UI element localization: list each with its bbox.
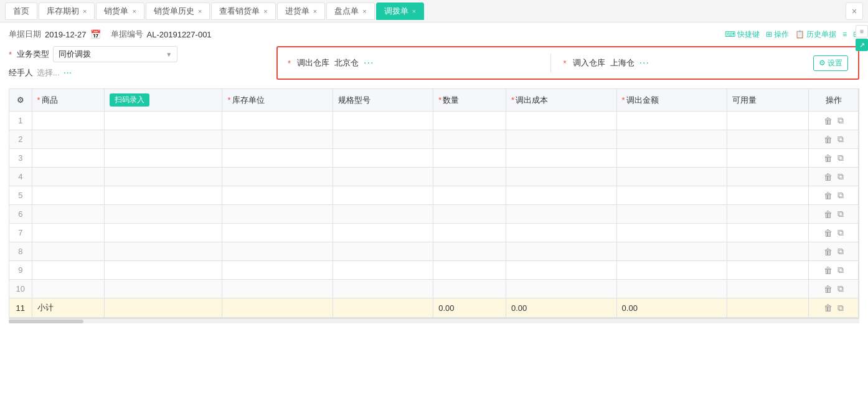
cell-cost-10[interactable] bbox=[506, 280, 617, 298]
cell-quantity-5[interactable] bbox=[433, 186, 506, 205]
tab-sales-history[interactable]: 销货单历史× bbox=[146, 2, 210, 20]
cell-cost-3[interactable] bbox=[506, 149, 617, 168]
delete-row-6[interactable]: 🗑 bbox=[824, 209, 833, 219]
cell-spec-3[interactable] bbox=[333, 149, 433, 168]
copy-row-2[interactable]: ⧉ bbox=[837, 134, 844, 145]
delete-row-5[interactable]: 🗑 bbox=[824, 191, 833, 201]
cell-amount-2[interactable] bbox=[616, 130, 727, 149]
delete-row-9[interactable]: 🗑 bbox=[824, 265, 833, 275]
tab-close-view-sales[interactable]: × bbox=[263, 7, 267, 15]
cell-amount-6[interactable] bbox=[616, 205, 727, 224]
cell-quantity-6[interactable] bbox=[433, 205, 506, 224]
cell-amount-9[interactable] bbox=[616, 261, 727, 280]
copy-row-11[interactable]: ⧉ bbox=[837, 303, 844, 313]
person-dots[interactable]: ··· bbox=[64, 67, 72, 79]
delete-row-4[interactable]: 🗑 bbox=[824, 172, 833, 182]
cell-quantity-7[interactable] bbox=[433, 224, 506, 242]
cell-amount-11[interactable]: 0.00 bbox=[616, 298, 727, 318]
tab-sales-order[interactable]: 销货单× bbox=[96, 2, 144, 20]
cell-amount-5[interactable] bbox=[616, 186, 727, 205]
copy-row-3[interactable]: ⧉ bbox=[837, 153, 844, 163]
history-button[interactable]: 📋 历史单据 bbox=[795, 29, 836, 40]
cell-cost-8[interactable] bbox=[506, 242, 617, 261]
cell-unit-2[interactable] bbox=[222, 130, 333, 149]
cell-unit-8[interactable] bbox=[222, 242, 333, 261]
cell-spec-4[interactable] bbox=[333, 168, 433, 186]
in-warehouse-dots[interactable]: ··· bbox=[639, 57, 649, 69]
cell-spec-8[interactable] bbox=[333, 242, 433, 261]
table-settings-icon[interactable]: ⚙ bbox=[17, 95, 24, 105]
cell-quantity-3[interactable] bbox=[433, 149, 506, 168]
cell-product-6[interactable] bbox=[32, 205, 105, 224]
copy-row-7[interactable]: ⧉ bbox=[837, 227, 844, 238]
cell-spec-5[interactable] bbox=[333, 186, 433, 205]
cell-product-2[interactable] bbox=[32, 130, 105, 149]
tab-view-sales[interactable]: 查看销货单× bbox=[211, 2, 275, 20]
calendar-icon[interactable]: 📅 bbox=[90, 29, 101, 39]
out-warehouse-dots[interactable]: ··· bbox=[364, 57, 374, 69]
col-settings-header[interactable]: ⚙ bbox=[9, 89, 32, 112]
cell-cost-11[interactable]: 0.00 bbox=[506, 298, 617, 318]
cell-quantity-2[interactable] bbox=[433, 130, 506, 149]
cell-product-4[interactable] bbox=[32, 168, 105, 186]
close-all-tabs-button[interactable]: × bbox=[846, 2, 863, 20]
cell-unit-5[interactable] bbox=[222, 186, 333, 205]
cell-spec-6[interactable] bbox=[333, 205, 433, 224]
cell-cost-7[interactable] bbox=[506, 224, 617, 242]
copy-row-8[interactable]: ⧉ bbox=[837, 246, 844, 257]
cell-spec-9[interactable] bbox=[333, 261, 433, 280]
copy-row-1[interactable]: ⧉ bbox=[837, 115, 844, 126]
cell-unit-1[interactable] bbox=[222, 112, 333, 130]
copy-row-6[interactable]: ⧉ bbox=[837, 209, 844, 219]
cell-amount-4[interactable] bbox=[616, 168, 727, 186]
cell-spec-7[interactable] bbox=[333, 224, 433, 242]
tab-close-transfer[interactable]: × bbox=[412, 7, 416, 15]
cell-spec-11[interactable] bbox=[333, 298, 433, 318]
horizontal-scrollbar[interactable] bbox=[9, 318, 859, 323]
cell-amount-3[interactable] bbox=[616, 149, 727, 168]
tab-close-sales-order[interactable]: × bbox=[132, 7, 136, 15]
delete-row-7[interactable]: 🗑 bbox=[824, 228, 833, 238]
operations-button[interactable]: ⊞ 操作 bbox=[766, 29, 789, 40]
cell-product-9[interactable] bbox=[32, 261, 105, 280]
cell-amount-1[interactable] bbox=[616, 112, 727, 130]
scan-button[interactable]: 扫码录入 bbox=[110, 93, 149, 107]
copy-row-10[interactable]: ⧉ bbox=[837, 283, 844, 294]
tab-close-sales-history[interactable]: × bbox=[198, 7, 202, 15]
copy-row-9[interactable]: ⧉ bbox=[837, 265, 844, 275]
sidebar-export-icon[interactable]: ↗ bbox=[856, 39, 868, 51]
delete-row-1[interactable]: 🗑 bbox=[824, 116, 833, 126]
cell-unit-6[interactable] bbox=[222, 205, 333, 224]
shortcuts-button[interactable]: ⌨ 快捷键 bbox=[725, 29, 760, 40]
cell-unit-10[interactable] bbox=[222, 280, 333, 298]
cell-unit-7[interactable] bbox=[222, 224, 333, 242]
sidebar-list-icon[interactable]: ≡ bbox=[856, 25, 868, 37]
delete-row-3[interactable]: 🗑 bbox=[824, 153, 833, 163]
tab-purchase-order[interactable]: 进货单× bbox=[277, 2, 325, 20]
cell-cost-5[interactable] bbox=[506, 186, 617, 205]
cell-quantity-11[interactable]: 0.00 bbox=[433, 298, 506, 318]
tab-home[interactable]: 首页 bbox=[5, 2, 37, 20]
cell-product-5[interactable] bbox=[32, 186, 105, 205]
layout-toggle-1[interactable]: ≡ bbox=[842, 30, 847, 39]
cell-cost-2[interactable] bbox=[506, 130, 617, 149]
cell-quantity-4[interactable] bbox=[433, 168, 506, 186]
delete-row-8[interactable]: 🗑 bbox=[824, 247, 833, 257]
copy-row-5[interactable]: ⧉ bbox=[837, 190, 844, 201]
tab-stocktake[interactable]: 盘点单× bbox=[326, 2, 374, 20]
cell-cost-6[interactable] bbox=[506, 205, 617, 224]
cell-cost-9[interactable] bbox=[506, 261, 617, 280]
scroll-thumb[interactable] bbox=[9, 320, 83, 323]
cell-unit-3[interactable] bbox=[222, 149, 333, 168]
cell-amount-8[interactable] bbox=[616, 242, 727, 261]
cell-product-8[interactable] bbox=[32, 242, 105, 261]
cell-product-7[interactable] bbox=[32, 224, 105, 242]
cell-quantity-8[interactable] bbox=[433, 242, 506, 261]
copy-row-4[interactable]: ⧉ bbox=[837, 171, 844, 182]
cell-unit-9[interactable] bbox=[222, 261, 333, 280]
cell-cost-1[interactable] bbox=[506, 112, 617, 130]
delete-row-11[interactable]: 🗑 bbox=[824, 303, 833, 313]
cell-unit-4[interactable] bbox=[222, 168, 333, 186]
cell-spec-10[interactable] bbox=[333, 280, 433, 298]
tab-inventory-init[interactable]: 库存期初× bbox=[39, 2, 95, 20]
